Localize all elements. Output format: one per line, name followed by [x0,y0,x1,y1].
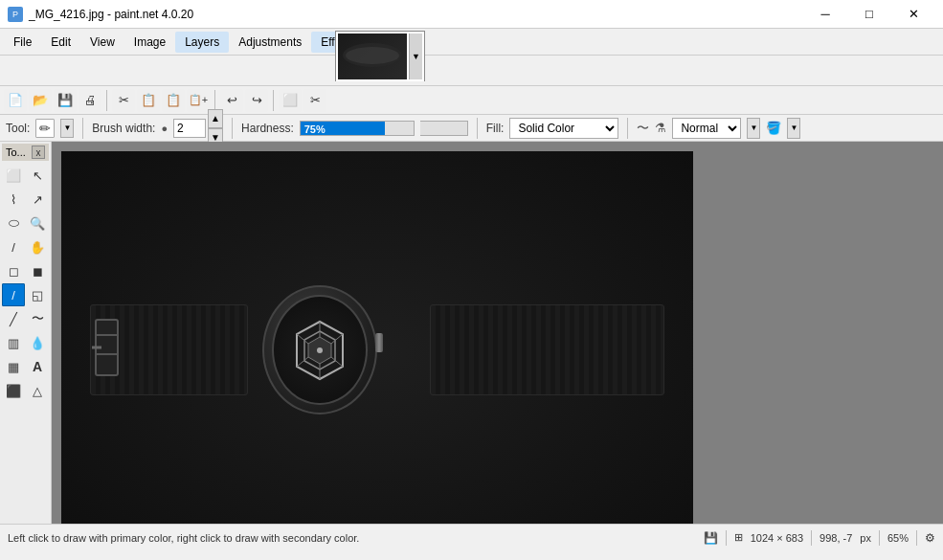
recolor-tool[interactable]: ▦ [2,355,25,378]
opt-sep-3 [477,118,478,139]
fill-select[interactable]: Solid Color Linear Gradient Radial Gradi… [509,118,618,139]
watch-buckle [95,319,119,376]
line-tool[interactable]: ╱ [2,307,25,330]
watch-case [262,285,377,414]
toolbox: To... x ⬜ ↖ ⌇ ↗ ⬭ 🔍 / ✋ ◻ ◼ / ◱ ╱ [0,142,52,524]
tool-row-6: / ◱ [2,283,49,306]
maximize-button[interactable]: □ [847,0,891,29]
tool-row-7: ╱ 〜 [2,307,49,330]
svg-point-9 [317,347,323,353]
curve-icon: 〜 [637,120,649,137]
main-area: To... x ⬜ ↖ ⌇ ↗ ⬭ 🔍 / ✋ ◻ ◼ / ◱ ╱ [0,142,943,524]
paint-bucket-tool[interactable]: ◻ [2,259,25,282]
flood-dropdown[interactable]: ▼ [787,118,800,139]
eraser-tool[interactable]: ◱ [26,283,49,306]
hardness-label: Hardness: [241,122,294,135]
gradient-tool[interactable]: ▥ [2,331,25,354]
magic-wand-tool[interactable]: ↗ [26,188,49,211]
move-tool[interactable]: ↖ [26,164,49,187]
watch-crown [375,333,383,352]
opt-sep-2 [232,118,233,139]
crop-button[interactable]: ✂ [303,89,326,112]
tool-row-4: / ✋ [2,235,49,258]
blend-more-btn[interactable]: ▼ [747,118,760,139]
coords-units: px [860,532,871,544]
flood-fill-icon: 🪣 [766,121,781,135]
watch-scene [61,151,693,524]
image-dimensions: 1024 × 683 [751,532,803,544]
status-hint: Left click to draw with primary color, r… [8,532,704,544]
hardness-slider[interactable]: 75% [300,121,415,136]
status-sep-2 [811,530,812,546]
toolbar-sep-3 [273,90,274,111]
pencil-icon-display: ✏ [35,119,55,138]
new-button[interactable]: 📄 [4,89,27,112]
title-bar: P _MG_4216.jpg - paint.net 4.0.20 ─ □ ✕ [0,0,943,29]
pan-tool[interactable]: ✋ [26,235,49,258]
width-up[interactable]: ▲ [208,109,223,128]
hardness-value: 75% [304,122,326,137]
thumbnail-dropdown[interactable]: ▼ [409,34,422,79]
toolbox-title[interactable]: To... x [2,144,49,161]
toolbar: 📄 📂 💾 🖨 ✂ 📋 📋 📋+ ↩ ↪ ⬜ ✂ [0,86,943,115]
zoom-level: 65% [887,532,909,544]
settings-icon[interactable]: ⚙ [925,531,935,545]
toolbox-close-button[interactable]: x [32,146,45,159]
canvas[interactable] [61,151,693,524]
menu-image[interactable]: Image [124,32,175,53]
menu-file[interactable]: File [4,32,41,53]
flask-icon: ⚗ [655,121,666,135]
fill-label: Fill: [486,122,505,135]
undo-button[interactable]: ↩ [220,89,243,112]
blend-mode-select[interactable]: Normal Multiply Screen Overlay [672,118,741,139]
text-tool[interactable]: A [26,355,49,378]
brush-size-icon: ● [161,123,168,134]
copy-button[interactable]: 📋 [137,89,160,112]
options-bar: Tool: ✏ ▼ Brush width: ● ▲ ▼ Hardness: 7… [0,115,943,142]
tool-row-9: ▦ A [2,355,49,378]
freeform-tool[interactable]: / [2,235,25,258]
watch-logo-svg [287,318,352,383]
hardness-end [420,121,468,136]
menu-adjustments[interactable]: Adjustments [229,32,311,53]
zoom-tool[interactable]: 🔍 [26,212,49,235]
buckle-pin [92,347,101,349]
redo-button[interactable]: ↪ [245,89,268,112]
curve-tool[interactable]: 〜 [26,307,49,330]
opt-sep-1 [82,118,83,139]
watch-dial [272,295,368,405]
menu-edit[interactable]: Edit [41,32,80,53]
close-button[interactable]: ✕ [891,0,935,29]
print-button[interactable]: 🖨 [79,89,101,112]
menu-view[interactable]: View [80,32,124,53]
ellipse-tool[interactable]: ⬭ [2,212,25,235]
pencil-tool[interactable]: / [2,283,25,306]
window-title: _MG_4216.jpg - paint.net 4.0.20 [29,8,193,21]
title-bar-left: P _MG_4216.jpg - paint.net 4.0.20 [8,7,193,22]
status-sep-3 [879,530,880,546]
dimensions-icon: ⊞ [734,531,743,544]
clone-stamp-tool[interactable]: ◼ [26,259,49,282]
shapes-tool[interactable]: ⬛ [2,379,25,402]
cut-button[interactable]: ✂ [112,89,135,112]
status-sep-4 [916,530,917,546]
app-icon: P [8,7,23,22]
lasso-tool[interactable]: ⌇ [2,188,25,211]
minimize-button[interactable]: ─ [803,0,847,29]
tool-dropdown[interactable]: ▼ [60,119,74,138]
open-button[interactable]: 📂 [29,89,52,112]
toolbar-sep-2 [214,90,215,111]
status-right: 💾 ⊞ 1024 × 683 998, -7 px 65% ⚙ [704,530,935,546]
rectangle-select-tool[interactable]: ⬜ [2,164,25,187]
toolbar-sep-1 [106,90,107,111]
menu-layers[interactable]: Layers [175,32,229,53]
menu-bar: File Edit View Image Layers Adjustments … [0,29,943,56]
brush-width-input[interactable] [173,119,206,138]
selection-tool[interactable]: △ [26,379,49,402]
toolbox-title-label: To... [6,146,26,158]
image-thumbnail [338,34,407,79]
select-all-button[interactable]: ⬜ [279,89,302,112]
canvas-container[interactable] [52,142,943,524]
color-picker-tool[interactable]: 💧 [26,331,49,354]
save-button[interactable]: 💾 [54,89,77,112]
